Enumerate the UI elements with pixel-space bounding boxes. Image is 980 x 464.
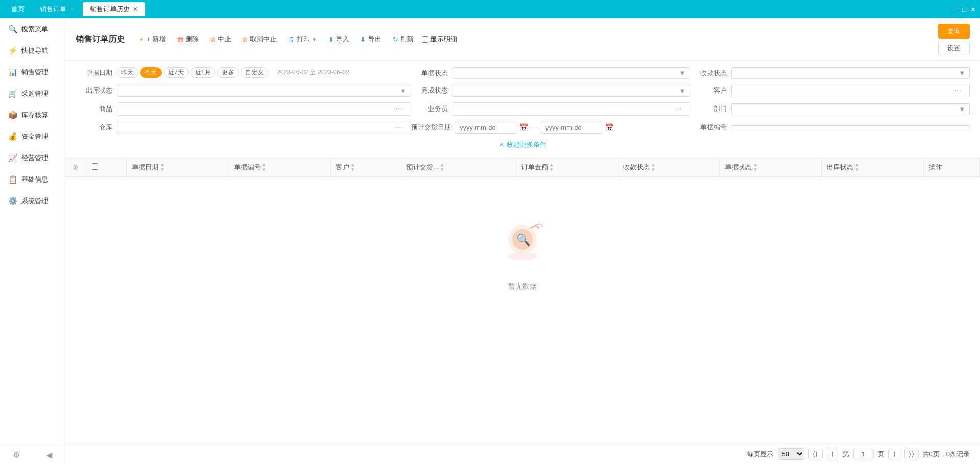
- sidebar-item-system-mgmt[interactable]: ⚙️ 系统管理: [0, 190, 65, 212]
- sidebar-item-base-info[interactable]: 📋 基础信息: [0, 169, 65, 190]
- new-icon: ＋: [138, 35, 145, 44]
- bill-status-select[interactable]: ▼: [452, 67, 691, 79]
- delete-button[interactable]: 🗑 删除: [174, 33, 202, 46]
- tab-sales-order-close[interactable]: ✕: [70, 6, 75, 13]
- bill-status-arrow: ▼: [679, 69, 686, 77]
- date-btn-custom[interactable]: 自定义: [241, 67, 268, 78]
- print-button[interactable]: 🖨 打印 ▼: [285, 33, 320, 46]
- bill-date-col-header[interactable]: 单据日期 ▲▼: [127, 158, 229, 177]
- show-detail-checkbox[interactable]: 显示明细: [422, 35, 457, 44]
- out-status-label: 出库状态: [76, 86, 117, 95]
- page-header: 销售订单历史 ＋ + 新增 🗑 删除 ⊘ 中止 ⊘: [65, 18, 980, 61]
- capital-mgmt-icon: 💰: [8, 132, 17, 141]
- import-button[interactable]: ⬆ 导入: [325, 33, 352, 46]
- inventory-icon: 📦: [8, 111, 17, 120]
- close-btn[interactable]: ✕: [970, 6, 976, 13]
- out-status-col-header[interactable]: 出库状态 ▲▼: [822, 158, 923, 177]
- bill-status-col-header[interactable]: 单据状态 ▲▼: [720, 158, 822, 177]
- cancel-stop-button[interactable]: ⊘ 取消中止: [239, 33, 280, 46]
- tab-sales-order-history-close[interactable]: ✕: [133, 6, 138, 13]
- export-button[interactable]: ⬇ 导出: [357, 33, 384, 46]
- dept-select[interactable]: ▼: [731, 103, 970, 115]
- order-amount-col-header[interactable]: 订单金额 ▲▼: [516, 158, 618, 177]
- quick-nav-icon: ⚡: [8, 46, 17, 55]
- purchase-mgmt-icon: 🛒: [8, 89, 17, 98]
- calendar-start-icon[interactable]: 📅: [519, 123, 528, 131]
- jump-label: 第: [842, 450, 849, 459]
- sidebar-item-sales-mgmt[interactable]: 📊 销售管理: [0, 61, 65, 83]
- payment-status-select[interactable]: ▼: [731, 67, 970, 79]
- system-mgmt-icon: ⚙️: [8, 196, 17, 206]
- window-controls: — □ ✕: [951, 6, 976, 13]
- date-btn-yesterday[interactable]: 昨天: [117, 67, 138, 78]
- page-input[interactable]: [853, 449, 874, 459]
- payment-status-col-header[interactable]: 收款状态 ▲▼: [618, 158, 719, 177]
- tab-home[interactable]: 首页: [4, 2, 32, 16]
- sidebar-collapse-icon[interactable]: ◀: [46, 450, 52, 460]
- filter-area: 单据日期 昨天 今天 近7天 近1月 更多 自定义 2023-06-02 至 2…: [65, 61, 980, 158]
- delivery-date-label: 预计交货日期: [411, 123, 455, 132]
- top-tabbar: 首页 销售订单 ✕ 销售订单历史 ✕ — □ ✕: [0, 0, 980, 18]
- sidebar-item-purchase-mgmt[interactable]: 🛒 采购管理: [0, 83, 65, 104]
- cancel-stop-icon: ⊘: [242, 36, 248, 43]
- date-buttons: 昨天 今天 近7天 近1月 更多 自定义: [117, 67, 268, 78]
- maximize-btn[interactable]: □: [962, 6, 966, 13]
- page-title: 销售订单历史: [76, 34, 125, 45]
- page-size-label: 每页显示: [747, 450, 773, 459]
- data-table: ⚙ 单据日期 ▲▼ 单据编号: [65, 158, 980, 332]
- empty-row: 🔍 暂无数据: [65, 177, 980, 333]
- tab-sales-order-history[interactable]: 销售订单历史 ✕: [83, 2, 145, 16]
- refresh-icon: ↻: [393, 36, 398, 43]
- salesman-dots[interactable]: ···: [671, 104, 686, 114]
- first-page-btn[interactable]: ⟨⟨: [808, 449, 823, 459]
- bill-no-label: 单据编号: [690, 123, 731, 132]
- out-status-select[interactable]: ▼: [117, 85, 411, 97]
- total-text: 共0页，0条记录: [923, 450, 970, 459]
- last-page-btn[interactable]: ⟩⟩: [904, 449, 919, 459]
- query-button[interactable]: 查询: [938, 24, 970, 39]
- page-size-select[interactable]: 50 10 20 100: [778, 448, 804, 460]
- pagination-bar: 每页显示 50 10 20 100 ⟨⟨ ⟨ 第 页 ⟩ ⟩⟩ 共0页，0条记录: [65, 444, 980, 464]
- out-status-arrow: ▼: [400, 87, 406, 95]
- svg-text:🔍: 🔍: [516, 233, 531, 247]
- minimize-btn[interactable]: —: [951, 6, 958, 13]
- date-btn-more[interactable]: 更多: [217, 67, 239, 78]
- collapse-more-btn[interactable]: ∧ 收起更多条件: [76, 138, 970, 151]
- new-button[interactable]: ＋ + 新增: [135, 33, 169, 46]
- empty-icon: 🔍: [497, 218, 548, 274]
- bill-no-col-header[interactable]: 单据编号 ▲▼: [229, 158, 330, 177]
- complete-status-select[interactable]: ▼: [452, 85, 691, 97]
- stop-button[interactable]: ⊘ 中止: [207, 33, 234, 46]
- sidebar-item-capital-mgmt[interactable]: 💰 资金管理: [0, 126, 65, 147]
- table-settings-icon[interactable]: ⚙: [73, 164, 79, 171]
- sidebar-settings-icon[interactable]: ⚙: [13, 450, 20, 460]
- select-all-checkbox[interactable]: [92, 163, 98, 170]
- sidebar-item-quick-nav[interactable]: ⚡ 快捷导航: [0, 40, 65, 61]
- delivery-date-end[interactable]: [541, 122, 602, 134]
- warehouse-dots[interactable]: ···: [392, 123, 406, 132]
- prev-page-btn[interactable]: ⟨: [827, 449, 838, 459]
- query-set-group: 查询 设置: [938, 24, 970, 55]
- show-detail-check[interactable]: [422, 36, 428, 43]
- delivery-date-col-header[interactable]: 预计交货... ▲▼: [401, 158, 516, 177]
- sidebar-item-ops-mgmt[interactable]: 📈 经营管理: [0, 147, 65, 169]
- next-page-btn[interactable]: ⟩: [888, 449, 900, 459]
- delivery-date-start[interactable]: [455, 122, 516, 134]
- product-dots[interactable]: ···: [392, 104, 406, 114]
- date-btn-7days[interactable]: 近7天: [164, 67, 189, 78]
- sidebar-item-inventory[interactable]: 📦 库存核算: [0, 104, 65, 126]
- delete-icon: 🗑: [177, 36, 184, 43]
- sidebar-bottom: ⚙ ◀: [0, 446, 65, 464]
- tab-sales-order[interactable]: 销售订单 ✕: [33, 2, 82, 16]
- customer-dots[interactable]: ···: [950, 86, 965, 95]
- toolbar: ＋ + 新增 🗑 删除 ⊘ 中止 ⊘ 取消中止: [135, 33, 928, 46]
- set-button[interactable]: 设置: [938, 41, 970, 55]
- date-btn-1month[interactable]: 近1月: [191, 67, 216, 78]
- print-dropdown-arrow[interactable]: ▼: [312, 37, 317, 42]
- sidebar-item-search-menu[interactable]: 🔍 搜索菜单: [0, 18, 65, 40]
- calendar-end-icon[interactable]: 📅: [605, 123, 614, 131]
- page-label: 页: [878, 450, 884, 459]
- date-btn-today[interactable]: 今天: [140, 67, 162, 78]
- refresh-button[interactable]: ↻ 刷新: [390, 33, 417, 46]
- customer-col-header[interactable]: 客户 ▲▼: [330, 158, 401, 177]
